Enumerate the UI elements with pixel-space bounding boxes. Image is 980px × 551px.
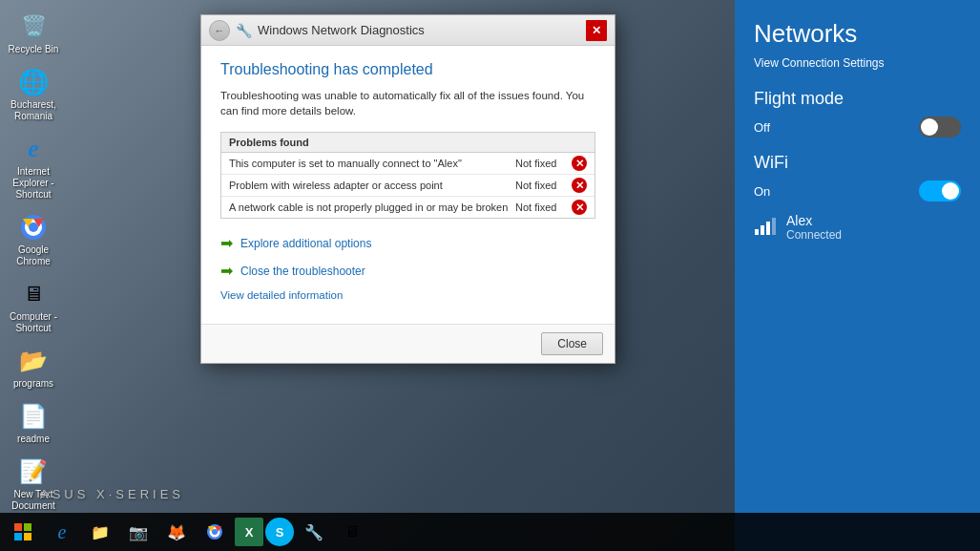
close-arrow-icon: ➡ xyxy=(220,262,233,280)
close-troubleshooter-link[interactable]: Close the troubleshooter xyxy=(240,265,365,278)
programs-icon: 📂 xyxy=(18,346,49,376)
dialog-titlebar: ← 🔧 Windows Network Diagnostics ✕ xyxy=(201,15,615,46)
computer-label: Computer - Shortcut xyxy=(7,311,60,334)
chrome-icon xyxy=(18,212,49,243)
wifi-knob xyxy=(942,182,959,200)
wifi-toggle[interactable] xyxy=(919,180,961,201)
problem-text-2: Problem with wireless adapter or access … xyxy=(229,180,511,191)
svg-rect-7 xyxy=(14,523,22,531)
dialog-window-close-button[interactable]: ✕ xyxy=(586,20,607,41)
recycle-bin-label: Recycle Bin xyxy=(9,44,59,55)
explore-options-link[interactable]: Explore additional options xyxy=(240,237,371,250)
recycle-bin-icon: 🗑️ xyxy=(18,11,49,42)
wifi-connection-status: Connected xyxy=(786,228,842,242)
problem-status-1: Not fixed xyxy=(515,158,568,169)
programs-label: programs xyxy=(13,378,53,390)
problem-status-3: Not fixed xyxy=(515,201,568,213)
taskbar-tools-button[interactable]: 🔧 xyxy=(296,514,332,550)
problem-icon-1: ✕ xyxy=(572,156,587,171)
flight-mode-toggle[interactable] xyxy=(919,117,961,138)
problem-text-3: A network cable is not properly plugged … xyxy=(229,201,511,213)
wifi-title: WiFi xyxy=(754,153,961,173)
desktop-icons: 🗑️ Recycle Bin 🌐 Bucharest, Romania e In… xyxy=(0,0,67,513)
svg-point-2 xyxy=(29,223,38,232)
wifi-network-name: Alex xyxy=(786,213,842,228)
wifi-toggle-row: On xyxy=(754,180,961,201)
desktop: 🗑️ Recycle Bin 🌐 Bucharest, Romania e In… xyxy=(0,0,980,551)
desktop-icon-bucharest[interactable]: 🌐 Bucharest, Romania xyxy=(3,63,64,126)
view-detailed-link[interactable]: View detailed information xyxy=(220,289,595,301)
new-text-icon: 📝 xyxy=(18,456,49,487)
taskbar-folder-button[interactable]: 📁 xyxy=(82,514,118,550)
networks-title: Networks xyxy=(754,19,961,49)
flight-mode-toggle-row: Off xyxy=(754,117,961,138)
taskbar: e 📁 📷 🦊 X S 🔧 🖥 xyxy=(0,513,980,551)
flight-mode-knob xyxy=(921,118,938,136)
computer-icon: 🖥 xyxy=(18,279,49,309)
svg-rect-3 xyxy=(755,229,759,235)
wifi-signal-icon xyxy=(754,216,777,240)
flight-mode-title: Flight mode xyxy=(754,89,961,109)
taskbar-firefox-button[interactable]: 🦊 xyxy=(158,514,195,550)
ie-icon: e xyxy=(18,134,49,164)
desktop-icon-chrome[interactable]: Google Chrome xyxy=(3,208,64,271)
svg-rect-9 xyxy=(14,533,22,540)
dialog-heading: Troubleshooting has completed xyxy=(220,61,595,78)
dialog-back-button[interactable]: ← xyxy=(209,20,230,41)
readme-icon: 📄 xyxy=(18,401,49,432)
taskbar-ie-button[interactable]: e xyxy=(44,514,80,550)
svg-rect-4 xyxy=(761,225,764,235)
taskbar-remote-button[interactable]: 🖥 xyxy=(334,514,370,550)
problem-row-2: Problem with wireless adapter or access … xyxy=(221,175,594,197)
readme-label: readme xyxy=(17,434,50,445)
wifi-details: Alex Connected xyxy=(786,213,842,242)
dialog-description: Troubleshooting was unable to automatica… xyxy=(220,88,595,118)
desktop-icon-ie[interactable]: e Internet Explorer - Shortcut xyxy=(3,130,64,204)
dialog-body: Troubleshooting has completed Troublesho… xyxy=(201,46,615,324)
dialog-title-text: Windows Network Diagnostics xyxy=(258,23,580,37)
start-button[interactable] xyxy=(4,514,42,550)
desktop-icon-programs[interactable]: 📂 programs xyxy=(3,342,64,393)
wifi-status: On xyxy=(754,184,770,199)
view-connection-settings-link[interactable]: View Connection Settings xyxy=(754,56,961,70)
explore-options-action[interactable]: ➡ Explore additional options xyxy=(220,234,595,252)
dialog-close-button[interactable]: Close xyxy=(541,332,603,355)
ie-label: Internet Explorer - Shortcut xyxy=(7,166,60,201)
dialog-title-icon: 🔧 xyxy=(236,23,252,38)
networks-panel: Networks View Connection Settings Flight… xyxy=(735,0,980,551)
problems-header: Problems found xyxy=(221,133,594,153)
desktop-icon-new-text[interactable]: 📝 New Text Document xyxy=(3,453,64,516)
chrome-label: Google Chrome xyxy=(7,244,60,267)
problem-status-2: Not fixed xyxy=(515,180,568,191)
explore-arrow-icon: ➡ xyxy=(220,234,233,252)
problem-row-3: A network cable is not properly plugged … xyxy=(221,197,594,218)
flight-mode-status: Off xyxy=(754,120,770,135)
problem-row-1: This computer is set to manually connect… xyxy=(221,153,594,175)
bucharest-label: Bucharest, Romania xyxy=(7,99,60,122)
wifi-network-item[interactable]: Alex Connected xyxy=(754,213,961,242)
asus-brand: ASUS X·SERIES xyxy=(40,487,184,501)
desktop-icon-recycle-bin[interactable]: 🗑️ Recycle Bin xyxy=(3,8,64,59)
svg-rect-6 xyxy=(772,218,776,235)
problem-icon-2: ✕ xyxy=(572,178,587,193)
svg-rect-5 xyxy=(766,222,770,235)
bucharest-icon: 🌐 xyxy=(18,67,49,97)
svg-rect-10 xyxy=(24,533,31,540)
svg-rect-8 xyxy=(24,523,31,531)
taskbar-media-button[interactable]: 📷 xyxy=(120,514,156,550)
desktop-icon-readme[interactable]: 📄 readme xyxy=(3,397,64,449)
problem-text-1: This computer is set to manually connect… xyxy=(229,158,511,169)
close-troubleshooter-action[interactable]: ➡ Close the troubleshooter xyxy=(220,262,595,280)
taskbar-skype-button[interactable]: S xyxy=(265,518,294,546)
dialog-footer: Close xyxy=(201,324,615,363)
desktop-icon-computer[interactable]: 🖥 Computer - Shortcut xyxy=(3,275,64,338)
diagnostics-dialog: ← 🔧 Windows Network Diagnostics ✕ Troubl… xyxy=(200,14,615,364)
problem-icon-3: ✕ xyxy=(572,200,587,215)
taskbar-chrome-button[interactable] xyxy=(197,514,233,550)
svg-point-13 xyxy=(212,529,218,535)
problems-table: Problems found This computer is set to m… xyxy=(220,132,595,219)
taskbar-excel-button[interactable]: X xyxy=(235,518,263,546)
